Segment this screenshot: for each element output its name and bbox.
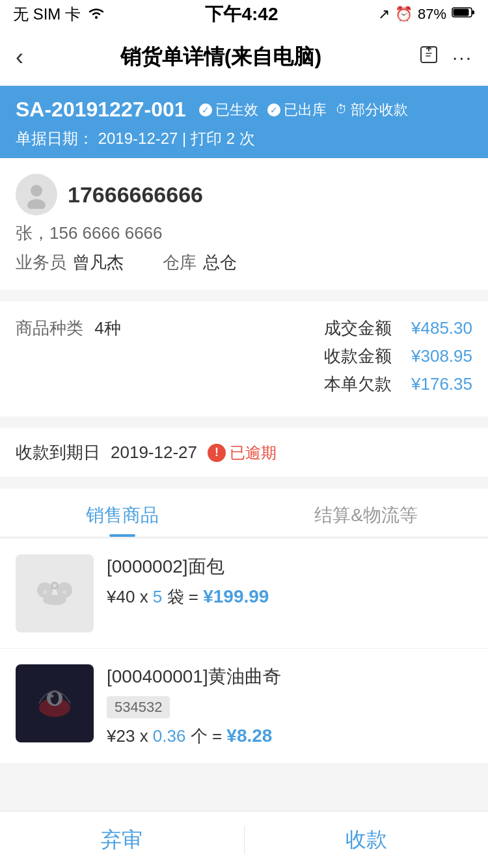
svg-point-13 — [62, 590, 66, 594]
tab-sales-label: 销售商品 — [86, 505, 159, 525]
price-1: ¥40 — [107, 587, 135, 606]
separator-2 — [0, 418, 488, 428]
product-price-2: ¥23 x 0.36 个 = ¥8.28 — [107, 725, 472, 748]
category-label: 商品种类 — [16, 318, 83, 338]
nav-right-icons: ··· — [418, 44, 472, 70]
svg-rect-3 — [453, 9, 468, 16]
staff-label: 业务员 — [16, 251, 66, 274]
multiply-1: x — [140, 587, 153, 606]
customer-meta: 业务员 曾凡杰 仓库 总仓 — [16, 251, 472, 274]
product-name-1: [0000002]面包 — [107, 554, 472, 579]
separator-1 — [0, 291, 488, 301]
share-icon[interactable] — [418, 44, 439, 70]
qty-val-1: 5 — [153, 587, 162, 606]
customer-section: 17666666666 张，156 6666 6666 业务员 曾凡杰 仓库 总… — [0, 158, 488, 290]
separator-3 — [0, 478, 488, 489]
badge-effective: ✓ 已生效 — [199, 100, 258, 120]
svg-point-17 — [51, 692, 59, 704]
debt-value: ¥176.35 — [411, 374, 472, 394]
product-info-1: [0000002]面包 ¥40 x 5 袋 = ¥199.99 — [107, 554, 472, 608]
battery-icon — [452, 6, 475, 23]
date-value: 2019-12-27 — [98, 129, 178, 147]
equals-2: = — [212, 726, 226, 746]
staff-value: 曾凡杰 — [73, 251, 124, 274]
svg-point-0 — [95, 16, 98, 19]
date-label: 单据日期： — [16, 129, 94, 147]
tabs-section: 销售商品 结算&物流等 — [0, 489, 488, 537]
price-2: ¥23 — [107, 726, 135, 746]
order-id: SA-20191227-001 — [16, 98, 186, 122]
unit-2: 个 — [191, 726, 208, 746]
badge-shipped-label: 已出库 — [284, 100, 327, 120]
status-time: 下午4:42 — [205, 2, 278, 27]
nav-back[interactable]: ‹ — [16, 44, 23, 71]
equals-1: = — [189, 587, 203, 606]
svg-point-5 — [31, 185, 42, 197]
amount-label: 成交金额 — [324, 317, 392, 340]
category-value: 4种 — [94, 318, 120, 338]
due-section: 收款到期日 2019-12-27 ! 已逾期 — [0, 428, 488, 477]
received-value: ¥308.95 — [411, 346, 472, 366]
received-label: 收款金额 — [324, 345, 392, 368]
received-row: 收款金额 ¥308.95 — [324, 345, 472, 368]
debt-row: 本单欠款 ¥176.35 — [324, 373, 472, 396]
badge-shipped: ✓ 已出库 — [267, 100, 327, 120]
tab-settlement[interactable]: 结算&物流等 — [244, 489, 488, 537]
stats-section: 商品种类 4种 成交金额 ¥485.30 收款金额 ¥308.95 本单欠款 ¥… — [0, 301, 488, 416]
status-left: 无 SIM 卡 — [13, 4, 105, 25]
alarm-icon: ⏰ — [395, 6, 413, 23]
overdue-icon: ! — [208, 444, 226, 462]
stats-right: 成交金额 ¥485.30 收款金额 ¥308.95 本单欠款 ¥176.35 — [324, 317, 472, 401]
check-icon-1: ✓ — [199, 103, 212, 116]
print-label: | 打印 — [182, 129, 226, 147]
check-icon-2: ✓ — [267, 103, 280, 116]
sim-status: 无 SIM 卡 — [13, 4, 81, 25]
total-2: ¥8.28 — [226, 726, 272, 746]
product-image-2 — [16, 664, 94, 742]
unit-1: 袋 — [167, 587, 184, 606]
product-price-1: ¥40 x 5 袋 = ¥199.99 — [107, 586, 472, 608]
back-icon[interactable]: ‹ — [16, 44, 23, 71]
avatar — [16, 174, 57, 215]
customer-sub-info: 张，156 6666 6666 — [16, 222, 472, 245]
header-banner: SA-20191227-001 ✓ 已生效 ✓ 已出库 ⏱ 部分收款 单据日期：… — [0, 86, 488, 158]
print-count: 2 — [226, 129, 235, 147]
product-image-1 — [16, 554, 94, 632]
amount-row: 成交金额 ¥485.30 — [324, 317, 472, 340]
svg-rect-2 — [472, 10, 474, 14]
staff-info: 业务员 曾凡杰 — [16, 251, 124, 274]
due-label: 收款到期日 — [16, 441, 100, 464]
qty-2: 0.36 — [153, 726, 186, 746]
wifi-icon — [87, 5, 105, 23]
warehouse-info: 仓库 总仓 — [163, 251, 237, 274]
banner-date: 单据日期： 2019-12-27 | 打印 2 次 — [16, 128, 472, 149]
clock-icon: ⏱ — [336, 103, 347, 116]
battery-text: 87% — [418, 6, 446, 23]
banner-badges: ✓ 已生效 ✓ 已出库 ⏱ 部分收款 — [199, 100, 408, 120]
badge-partial: ⏱ 部分收款 — [336, 100, 408, 120]
list-item: [0000002]面包 ¥40 x 5 袋 = ¥199.99 — [0, 539, 488, 649]
status-bar: 无 SIM 卡 下午4:42 ↗ ⏰ 87% — [0, 0, 488, 29]
tab-settlement-label: 结算&物流等 — [314, 505, 418, 525]
svg-point-11 — [53, 584, 57, 588]
warehouse-value: 总仓 — [203, 251, 237, 274]
product-info-2: [000400001]黄油曲奇 534532 ¥23 x 0.36 个 = ¥8… — [107, 664, 472, 748]
abandon-review-button[interactable]: 弃审 — [0, 811, 244, 868]
tab-sales-products[interactable]: 销售商品 — [0, 489, 244, 537]
product-name-2: [000400001]黄油曲奇 — [107, 664, 472, 689]
stats-left: 商品种类 4种 — [16, 317, 121, 340]
product-sku-2: 534532 — [107, 696, 170, 718]
collect-payment-button[interactable]: 收款 — [245, 811, 489, 868]
warehouse-label: 仓库 — [163, 251, 197, 274]
badge-partial-label: 部分收款 — [351, 100, 408, 120]
tabs: 销售商品 结算&物流等 — [0, 489, 488, 537]
debt-label: 本单欠款 — [324, 373, 392, 396]
more-icon[interactable]: ··· — [452, 46, 472, 68]
list-item: [000400001]黄油曲奇 534532 ¥23 x 0.36 个 = ¥8… — [0, 649, 488, 764]
svg-point-6 — [27, 199, 46, 209]
svg-point-18 — [51, 694, 54, 698]
multiply-2: x — [140, 726, 153, 746]
overdue-text: 已逾期 — [230, 442, 277, 463]
qty-1: 5 — [153, 587, 162, 606]
badge-effective-label: 已生效 — [215, 100, 258, 120]
